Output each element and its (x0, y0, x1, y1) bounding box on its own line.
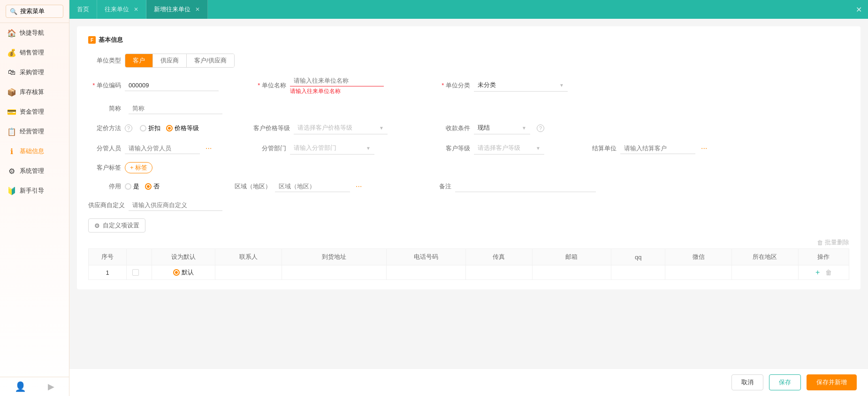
sidebar-expand-icon[interactable]: ▶ (48, 381, 54, 392)
batch-delete-button[interactable]: 🗑 批量删除 (817, 238, 849, 247)
settlement-more-button[interactable]: ··· (699, 144, 709, 153)
unit-type-button-group: 客户 供应商 客户/供应商 (125, 54, 235, 68)
pricing-grade-option[interactable]: 价格等级 (166, 124, 199, 132)
payment-terms-select[interactable]: 现结 ▼ (474, 122, 530, 134)
customer-level-select[interactable]: 请选择客户等级 ▼ (474, 142, 544, 155)
cell-qq[interactable] (611, 265, 665, 280)
sidebar-bottom: 👤 ▶ (0, 377, 69, 396)
note-label: 备注 (419, 182, 451, 191)
disabled-yes-radio (125, 183, 131, 190)
disabled-no-label: 否 (153, 182, 160, 191)
settlement-input[interactable] (620, 143, 695, 154)
row-default-radio-option[interactable]: 默认 (158, 268, 209, 277)
tab-partner[interactable]: 往来单位 ✕ (97, 0, 146, 19)
abbr-label: 简称 (88, 104, 121, 113)
address-input[interactable] (301, 269, 367, 276)
custom-settings-button[interactable]: ⚙ 自定义项设置 (88, 218, 145, 233)
abbr-row: 简称 (88, 103, 849, 114)
save-and-add-button[interactable]: 保存并新增 (807, 374, 857, 390)
th-wechat: 微信 (665, 249, 732, 265)
sidebar-item-basic-info[interactable]: ℹ 基础信息 (0, 141, 69, 161)
unit-name-input[interactable] (290, 75, 384, 86)
email-input[interactable] (548, 269, 595, 276)
unit-type-both-button[interactable]: 客户/供应商 (187, 54, 234, 67)
cell-action: + 🗑 (798, 265, 849, 280)
unit-type-supplier-button[interactable]: 供应商 (153, 54, 187, 67)
row-delete-button[interactable]: 🗑 (823, 269, 834, 276)
row-add-button[interactable]: + (814, 268, 822, 276)
customer-price-placeholder: 请选择客户价格等级 (297, 124, 352, 132)
disabled-yes-option[interactable]: 是 (125, 182, 139, 191)
cell-contact[interactable] (215, 265, 282, 280)
tab-new-partner[interactable]: 新增往来单位 ✕ (146, 0, 208, 19)
cell-address[interactable] (282, 265, 386, 280)
pricing-help-icon[interactable]: ? (125, 124, 132, 132)
search-menu-button[interactable]: 🔍 搜索菜单 (6, 5, 63, 18)
tab-bar: 首页 往来单位 ✕ 新增往来单位 ✕ ✕ (69, 0, 868, 19)
cell-index: 1 (89, 265, 127, 280)
code-name-category-row: 单位编码 单位名称 请输入往来单位名称 单位分类 未分类 ▼ (88, 75, 849, 95)
dept-select[interactable]: 请输入分管部门 ▼ (290, 142, 374, 155)
manager-row: 分管人员 ··· 分管部门 请输入分管部门 ▼ 客户等级 请选择客户等级 ▼ (88, 142, 849, 155)
unit-name-input-wrapper: 请输入往来单位名称 (290, 75, 384, 95)
unit-category-select[interactable]: 未分类 ▼ (474, 79, 568, 92)
wechat-input[interactable] (680, 269, 717, 276)
pricing-discount-option[interactable]: 折扣 (140, 124, 160, 132)
pricing-grade-label: 价格等级 (175, 124, 199, 132)
cell-wechat[interactable] (665, 265, 732, 280)
manager-input[interactable] (125, 143, 200, 154)
cell-region[interactable] (732, 265, 799, 280)
region-more-button[interactable]: ··· (354, 182, 364, 191)
contact-input[interactable] (230, 269, 267, 276)
pricing-grade-radio (166, 125, 173, 132)
sidebar-item-quicknav[interactable]: 🏠 快捷导航 (0, 23, 69, 43)
unit-code-input[interactable] (125, 80, 219, 91)
supplier-custom-input[interactable] (129, 200, 222, 211)
add-tag-button[interactable]: + 标签 (125, 162, 152, 173)
sidebar-item-guide[interactable]: 🔰 新手引导 (0, 181, 69, 201)
qq-input[interactable] (624, 269, 652, 276)
cell-email[interactable] (532, 265, 611, 280)
window-close-button[interactable]: ✕ (849, 0, 868, 19)
operations-icon: 📋 (8, 127, 16, 136)
manager-more-button[interactable]: ··· (204, 144, 213, 153)
sidebar-item-finance[interactable]: 💳 资金管理 (0, 102, 69, 122)
note-input[interactable] (455, 181, 596, 192)
cancel-button[interactable]: 取消 (731, 374, 763, 390)
unit-category-value: 未分类 (478, 81, 496, 89)
region-input[interactable] (275, 181, 350, 192)
fax-input[interactable] (480, 269, 518, 276)
customer-level-arrow-icon: ▼ (536, 146, 541, 151)
cell-default: 默认 (152, 265, 215, 280)
sidebar-item-purchase[interactable]: 🛍 采购管理 (0, 62, 69, 82)
disabled-no-option[interactable]: 否 (145, 182, 160, 191)
customer-price-select[interactable]: 请选择客户价格等级 ▼ (294, 122, 388, 134)
tab-home[interactable]: 首页 (69, 0, 97, 19)
save-button[interactable]: 保存 (769, 374, 801, 390)
sidebar-item-inventory[interactable]: 📦 库存核算 (0, 82, 69, 102)
basic-info-card: F 基本信息 单位类型 客户 供应商 客户/供应商 单位编码 (77, 26, 860, 289)
sidebar-item-sales-label: 销售管理 (20, 48, 44, 57)
customer-price-arrow-icon: ▼ (379, 125, 384, 131)
sidebar-item-operations[interactable]: 📋 经营管理 (0, 122, 69, 141)
manager-label: 分管人员 (88, 144, 121, 153)
tab-partner-close[interactable]: ✕ (134, 6, 138, 13)
cell-fax[interactable] (465, 265, 532, 280)
sidebar-item-system[interactable]: ⚙ 系统管理 (0, 161, 69, 181)
payment-terms-help-icon[interactable]: ? (537, 124, 544, 132)
sidebar-item-sales[interactable]: 💰 销售管理 (0, 43, 69, 62)
unit-type-customer-button[interactable]: 客户 (125, 54, 153, 67)
abbr-input[interactable] (129, 103, 222, 114)
row-checkbox[interactable] (132, 269, 139, 276)
region-cell-input[interactable] (746, 269, 784, 276)
cell-phone[interactable] (386, 265, 465, 280)
tab-new-partner-close[interactable]: ✕ (195, 6, 200, 13)
table-header: 序号 设为默认 联系人 到货地址 电话号码 传真 邮箱 qq 微信 所在地区 操… (89, 249, 849, 265)
phone-input[interactable] (403, 269, 449, 276)
sidebar-item-purchase-label: 采购管理 (20, 68, 44, 77)
table-header-row: 序号 设为默认 联系人 到货地址 电话号码 传真 邮箱 qq 微信 所在地区 操… (89, 249, 849, 265)
customer-level-label: 客户等级 (437, 144, 470, 153)
system-icon: ⚙ (8, 167, 16, 175)
th-action: 操作 (798, 249, 849, 265)
sidebar-user-icon[interactable]: 👤 (15, 381, 26, 392)
